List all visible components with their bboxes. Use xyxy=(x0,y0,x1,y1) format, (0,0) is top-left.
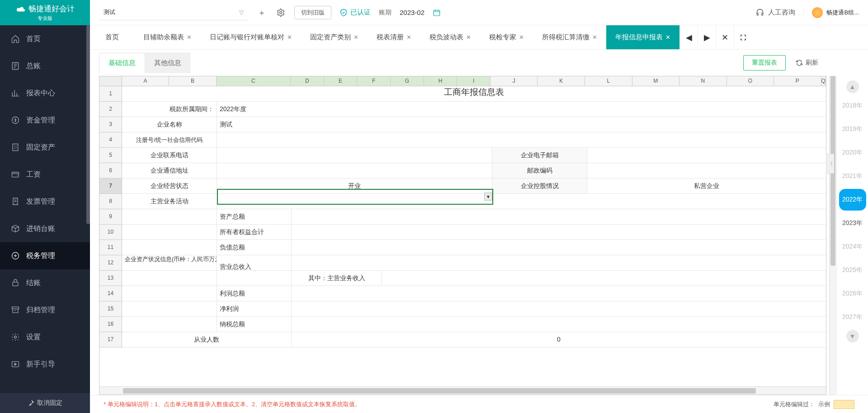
unpin-button[interactable]: 取消固定 xyxy=(0,393,90,413)
subtab-basic[interactable]: 基础信息 xyxy=(99,53,145,74)
col-P[interactable]: P xyxy=(774,76,821,86)
close-icon[interactable]: ✕ xyxy=(665,34,670,41)
tabs-fullscreen[interactable] xyxy=(734,25,752,50)
col-J[interactable]: J xyxy=(491,76,538,86)
year-2019[interactable]: 2019年 xyxy=(839,118,866,140)
nav-guide[interactable]: 新手引导 xyxy=(0,351,90,378)
year-rail: ▲ 2018年 2019年 2020年 2021年 2022年 2023年 20… xyxy=(836,76,868,395)
wallet-icon xyxy=(11,170,20,179)
year-2018[interactable]: 2018年 xyxy=(839,95,866,117)
cloud-icon xyxy=(16,5,26,13)
nav-tax[interactable]: 税务管理 xyxy=(0,242,90,269)
col-N[interactable]: N xyxy=(679,76,727,86)
col-F[interactable]: F xyxy=(357,76,391,86)
vertical-scrollbar[interactable] xyxy=(829,76,836,395)
tabs-close-all[interactable]: ✕ xyxy=(716,25,734,50)
tab-annual-report[interactable]: 年报信息申报表✕ xyxy=(606,25,679,49)
year-2020[interactable]: 2020年 xyxy=(839,142,866,164)
spreadsheet-area: A B C D E F G H I J K L M N O P Q xyxy=(90,76,868,395)
nav-archive[interactable]: 归档管理 xyxy=(0,296,90,324)
tabs-next[interactable]: ▶ xyxy=(698,25,716,50)
dropdown-arrow[interactable]: ▼ xyxy=(484,192,492,201)
year-2023[interactable]: 2023年 xyxy=(839,212,866,234)
lock-icon xyxy=(11,278,20,287)
calendar-icon[interactable] xyxy=(433,9,441,17)
col-E[interactable]: E xyxy=(324,76,358,86)
tabs: 首页 目辅助余额表✕ 日记账与银行对账单核对✕ 固定资产类别✕ 税表清册✕ 税负… xyxy=(90,25,868,50)
close-icon[interactable]: ✕ xyxy=(406,34,411,41)
avatar xyxy=(812,7,823,18)
year-2021[interactable]: 2021年 xyxy=(839,165,866,187)
consult-button[interactable]: 人工咨询 xyxy=(755,8,795,17)
close-icon[interactable]: ✕ xyxy=(287,34,292,41)
sheet-title: 工商年报信息表 xyxy=(444,86,504,101)
tab-taxbook[interactable]: 税表清册✕ xyxy=(368,25,420,49)
nav-reports[interactable]: 报表中心 xyxy=(0,80,90,107)
close-icon[interactable]: ✕ xyxy=(519,34,524,41)
branch-selector[interactable]: 测试 ▽ xyxy=(99,5,248,20)
year-2025[interactable]: 2025年 xyxy=(839,259,866,281)
col-D[interactable]: D xyxy=(291,76,324,86)
close-icon[interactable]: ✕ xyxy=(466,34,471,41)
tab-incometax[interactable]: 所得税汇算清缴✕ xyxy=(533,25,606,49)
col-A[interactable]: A xyxy=(122,76,170,86)
nav-ledger[interactable]: 总账 xyxy=(0,52,90,80)
horizontal-scrollbar[interactable] xyxy=(99,386,826,394)
svg-rect-3 xyxy=(12,172,19,177)
col-L[interactable]: L xyxy=(585,76,632,86)
brand-edition: 专业版 xyxy=(38,15,52,22)
nav-funds[interactable]: 资金管理 xyxy=(0,107,90,134)
close-icon[interactable]: ✕ xyxy=(354,34,359,41)
old-version-button[interactable]: 切到旧版 xyxy=(294,6,331,19)
tax-icon xyxy=(11,251,20,260)
refresh-button[interactable]: 刷新 xyxy=(796,59,818,67)
row-header[interactable]: 1 xyxy=(99,86,122,102)
year-down[interactable]: ▼ xyxy=(846,330,859,343)
nav-salary[interactable]: 工资 xyxy=(0,161,90,188)
nav-fixed-assets[interactable]: 固定资产 xyxy=(0,134,90,161)
reset-report-button[interactable]: 重置报表 xyxy=(743,55,786,70)
spreadsheet[interactable]: A B C D E F G H I J K L M N O P Q xyxy=(99,76,826,395)
year-2027[interactable]: 2027年 xyxy=(839,306,866,328)
nav-settings[interactable]: 设置 xyxy=(0,324,90,351)
col-C[interactable]: C xyxy=(217,76,291,86)
nav-home[interactable]: 首页 xyxy=(0,25,90,52)
sidebar-scrollbar[interactable] xyxy=(86,25,90,393)
nav-invoice[interactable]: 发票管理 xyxy=(0,188,90,215)
grid-body[interactable]: 1工商年报信息表 2税款所属期间：2022年度 3企业名称测试 4注册号/统一社… xyxy=(99,86,826,386)
tab-taxwave[interactable]: 税负波动表✕ xyxy=(420,25,480,49)
select-all-corner[interactable] xyxy=(99,76,122,86)
building-icon xyxy=(11,143,20,152)
col-K[interactable]: K xyxy=(538,76,585,86)
col-B[interactable]: B xyxy=(169,76,217,86)
add-button[interactable]: ＋ xyxy=(256,7,267,18)
settings-button[interactable] xyxy=(275,7,286,18)
col-G[interactable]: G xyxy=(391,76,424,86)
tab-journal[interactable]: 日记账与银行对账单核对✕ xyxy=(201,25,301,49)
subtab-other[interactable]: 其他信息 xyxy=(145,52,190,73)
sidebar-nav: 首页 总账 报表中心 资金管理 固定资产 工资 发票管理 进销台账 税务管理 结… xyxy=(0,25,90,393)
user-menu[interactable]: 畅捷通B组... xyxy=(812,7,859,18)
col-M[interactable]: M xyxy=(632,76,680,86)
collapse-year-rail[interactable]: 《 xyxy=(826,154,834,174)
tab-balance[interactable]: 目辅助余额表✕ xyxy=(134,25,201,49)
tab-home[interactable]: 首页 xyxy=(90,25,134,49)
year-2024[interactable]: 2024年 xyxy=(839,236,866,258)
svg-rect-5 xyxy=(13,282,18,286)
tab-taxexpert[interactable]: 税检专家✕ xyxy=(480,25,533,49)
tabs-prev[interactable]: ◀ xyxy=(680,25,698,50)
year-2026[interactable]: 2026年 xyxy=(839,283,866,305)
nav-closing[interactable]: 结账 xyxy=(0,269,90,296)
close-icon[interactable]: ✕ xyxy=(592,34,597,41)
year-2022[interactable]: 2022年 xyxy=(839,189,866,211)
col-O[interactable]: O xyxy=(727,76,774,86)
year-up[interactable]: ▲ xyxy=(846,80,859,93)
col-Q[interactable]: Q xyxy=(821,76,826,86)
brand-name: 畅捷通好会计 xyxy=(28,4,75,14)
col-H[interactable]: H xyxy=(424,76,458,86)
nav-inventory[interactable]: 进销台账 xyxy=(0,215,90,242)
close-icon[interactable]: ✕ xyxy=(187,34,192,41)
tab-assets[interactable]: 固定资产类别✕ xyxy=(301,25,368,49)
brand-logo: 畅捷通好会计 专业版 xyxy=(0,0,90,25)
col-I[interactable]: I xyxy=(457,76,491,86)
